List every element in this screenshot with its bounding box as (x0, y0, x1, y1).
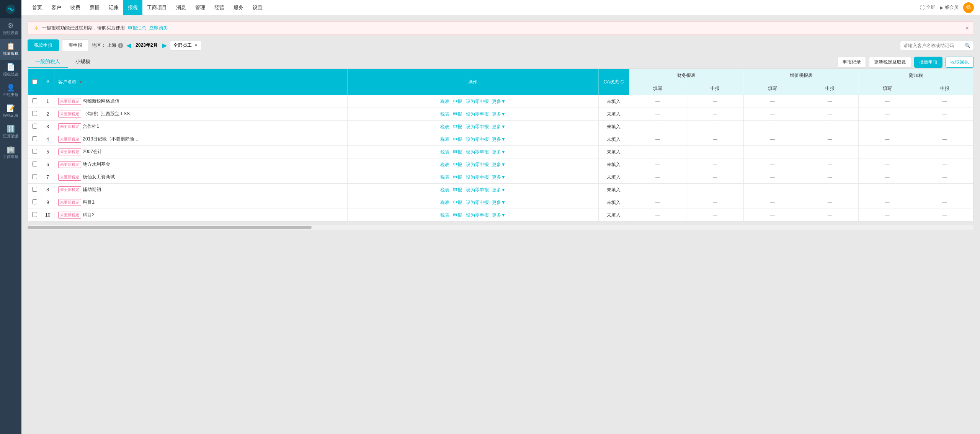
op-more[interactable]: 更多▼ (492, 149, 506, 155)
op-zero-declare[interactable]: 设为零申报 (466, 124, 489, 129)
search-icon[interactable]: 🔍 (965, 43, 970, 48)
op-tax-table[interactable]: 税表 (440, 99, 449, 104)
name-sort-icon[interactable]: ▼ (79, 80, 83, 84)
op-declare[interactable]: 申报 (453, 200, 462, 205)
sidebar-item-personal-tax[interactable]: 👤 个税申报 (0, 80, 21, 101)
search-input[interactable] (903, 43, 965, 48)
tab-zero-declare[interactable]: 零申报 (62, 39, 89, 51)
scrollbar-thumb[interactable] (28, 226, 312, 229)
op-more[interactable]: 更多▼ (492, 200, 506, 205)
sidebar-item-tax-record[interactable]: 📝 报税记录 (0, 101, 21, 122)
op-declare[interactable]: 申报 (453, 175, 462, 180)
op-zero-declare[interactable]: 设为零申报 (466, 137, 489, 142)
sidebar-item-tax-overview[interactable]: 📄 报税总览 (0, 60, 21, 80)
row-ops: 税表 申报 设为零申报 更多▼ (347, 146, 598, 158)
nav-message[interactable]: 消息 (172, 0, 191, 15)
btn-fetch-receipt[interactable]: 收取回执 (946, 57, 974, 68)
op-declare[interactable]: 申报 (453, 124, 462, 129)
op-more[interactable]: 更多▼ (492, 124, 506, 129)
sidebar-item-tax-settings[interactable]: ⚙ 报税设置 (0, 18, 21, 39)
row-checkbox-6[interactable] (32, 162, 37, 166)
avatar[interactable]: 畅 (963, 2, 974, 13)
op-declare[interactable]: 申报 (453, 162, 462, 167)
nav-settings[interactable]: 设置 (248, 0, 267, 15)
op-zero-declare[interactable]: 设为零申报 (466, 111, 489, 117)
nav-service[interactable]: 服务 (229, 0, 248, 15)
row-checkbox-cell (28, 108, 41, 121)
date-next-arrow[interactable]: ▶ (162, 42, 167, 49)
fullscreen-button[interactable]: ⛶ 全屏 (920, 4, 935, 11)
row-checkbox-7[interactable] (32, 174, 37, 179)
op-more[interactable]: 更多▼ (492, 212, 506, 218)
nav-operation[interactable]: 经营 (210, 0, 229, 15)
op-tax-table[interactable]: 税表 (440, 162, 449, 167)
btn-declare-record[interactable]: 申报记录 (838, 57, 866, 68)
region-info-icon[interactable]: i (118, 43, 123, 48)
subtab-small[interactable]: 小规模 (68, 56, 98, 68)
op-more[interactable]: 更多▼ (492, 111, 506, 117)
op-tax-table[interactable]: 税表 (440, 175, 449, 180)
staff-select[interactable]: 全部员工 ▼ (170, 40, 201, 51)
row-checkbox-cell (28, 171, 41, 184)
row-checkbox-5[interactable] (32, 149, 37, 154)
op-zero-declare[interactable]: 设为零申报 (466, 212, 489, 218)
region-label: 地区： 上海 i (92, 42, 123, 49)
horizontal-scrollbar[interactable] (28, 225, 974, 230)
sidebar-item-annual-settle[interactable]: 🔢 汇算清缴 (0, 122, 21, 142)
row-checkbox-10[interactable] (32, 212, 37, 217)
op-more[interactable]: 更多▼ (492, 99, 506, 104)
op-tax-table[interactable]: 税表 (440, 187, 449, 193)
sidebar-item-batch-tax[interactable]: 📋 批量报税 (0, 39, 21, 60)
banner-link2[interactable]: 立即购买 (149, 25, 168, 31)
nav-manage[interactable]: 管理 (191, 0, 210, 15)
btn-update-tax[interactable]: 更新税定及取数 (869, 57, 911, 68)
op-tax-table[interactable]: 税表 (440, 137, 449, 142)
op-tax-table[interactable]: 税表 (440, 212, 449, 218)
sidebar-item-business-annual[interactable]: 🏢 工商年报 (0, 142, 21, 163)
nav-home[interactable]: 首页 (28, 0, 47, 15)
banner-link1[interactable]: 申报汇总 (128, 25, 146, 31)
op-declare[interactable]: 申报 (453, 149, 462, 155)
op-more[interactable]: 更多▼ (492, 187, 506, 193)
op-zero-declare[interactable]: 设为零申报 (466, 162, 489, 167)
btn-batch-declare[interactable]: 批量申报 (914, 57, 942, 68)
member-button[interactable]: ▶ 畅会员 (940, 4, 959, 11)
row-checkbox-3[interactable] (32, 124, 37, 129)
op-declare[interactable]: 申报 (453, 212, 462, 218)
select-all-checkbox[interactable] (32, 79, 37, 84)
op-more[interactable]: 更多▼ (492, 162, 506, 167)
op-zero-declare[interactable]: 设为零申报 (466, 149, 489, 155)
nav-invoice[interactable]: 票据 (85, 0, 104, 15)
op-declare[interactable]: 申报 (453, 187, 462, 193)
op-more[interactable]: 更多▼ (492, 137, 506, 142)
op-declare[interactable]: 申报 (453, 111, 462, 117)
tab-tax-declare[interactable]: 税款申报 (28, 39, 59, 51)
nav-tax[interactable]: 报税 (123, 0, 142, 15)
row-checkbox-1[interactable] (32, 98, 37, 103)
row-checkbox-2[interactable] (32, 111, 37, 116)
op-more[interactable]: 更多▼ (492, 175, 506, 180)
banner-close[interactable]: × (965, 25, 969, 32)
row-checkbox-4[interactable] (32, 136, 37, 141)
nav-bookkeeping[interactable]: 记账 (104, 0, 123, 15)
op-zero-declare[interactable]: 设为零申报 (466, 175, 489, 180)
table-row: 4 未更新税定2013日记账（不要删除验... 税表 申报 设为零申报 更多▼ … (28, 133, 973, 146)
op-tax-table[interactable]: 税表 (440, 200, 449, 205)
table-row: 1 未更新税定勾稽新税网络通信 税表 申报 设为零申报 更多▼ 未填入 ————… (28, 95, 973, 108)
op-tax-table[interactable]: 税表 (440, 149, 449, 155)
row-checkbox-9[interactable] (32, 199, 37, 204)
date-prev-arrow[interactable]: ◀ (126, 42, 131, 49)
op-tax-table[interactable]: 税表 (440, 111, 449, 117)
nav-customer[interactable]: 客户 (47, 0, 66, 15)
nav-business[interactable]: 工商项目 (142, 0, 172, 15)
op-declare[interactable]: 申报 (453, 99, 462, 104)
op-zero-declare[interactable]: 设为零申报 (466, 187, 489, 193)
op-declare[interactable]: 申报 (453, 137, 462, 142)
subtab-general[interactable]: 一般的税人 (28, 56, 68, 68)
op-tax-table[interactable]: 税表 (440, 124, 449, 129)
row-checkbox-8[interactable] (32, 187, 37, 192)
row-name: 未更新税定2013日记账（不要删除验... (54, 133, 347, 146)
nav-billing[interactable]: 收费 (66, 0, 85, 15)
op-zero-declare[interactable]: 设为零申报 (466, 200, 489, 205)
op-zero-declare[interactable]: 设为零申报 (466, 99, 489, 104)
